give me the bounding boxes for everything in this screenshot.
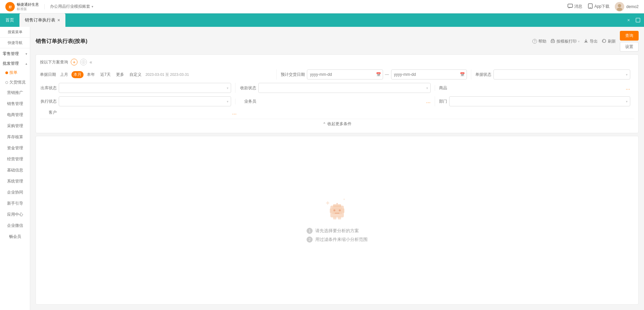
retail-arrow-icon: ▾ (25, 52, 27, 56)
collapse-bar: ⌃ 收起更多条件 (40, 119, 634, 129)
delivery-end-input[interactable] (391, 69, 467, 80)
svg-rect-2 (568, 4, 573, 7)
sidebar-item-enterprise[interactable]: 企业协同 (0, 187, 30, 198)
sidebar-item-inventory[interactable]: 库存核算 (0, 132, 30, 143)
date-field-label: 单据日期 (40, 72, 56, 78)
tab-home[interactable]: 首页 (0, 13, 19, 27)
user-area[interactable]: demo2 (615, 2, 639, 11)
sidebar-item-guide[interactable]: 新手引导 (0, 198, 30, 209)
goods-label: 商品 (439, 85, 447, 91)
sidebar-item-system[interactable]: 系统管理 (0, 176, 30, 187)
sidebar-item-purchase[interactable]: 采购管理 (0, 120, 30, 132)
sidebar-item-ecommerce[interactable]: 电商管理 (0, 109, 30, 120)
filter-row-1: 单据日期 上月 本月 本年 近7天 更多 自定义 2023-03-01 至 20… (40, 69, 634, 80)
close-window-icon[interactable]: × (625, 17, 632, 23)
app-download-action[interactable]: App下载 (588, 3, 609, 10)
filter-order-status: 单据状态 ▾ (471, 69, 634, 80)
export-btn[interactable]: 导出 (584, 39, 598, 44)
delivery-start-input[interactable] (307, 69, 383, 80)
sidebar-item-enterprise-wechat[interactable]: 企业微信 (0, 220, 30, 231)
sidebar-group-retail: 零售管理 ▾ (0, 48, 30, 58)
sidebar-group-wholesale: 批发管理 ▴ 按单 欠货情况 (0, 58, 30, 87)
search-btn[interactable]: 查询 (620, 31, 639, 41)
goods-more-icon[interactable]: … (626, 85, 630, 91)
sidebar-item-by-order[interactable]: 按单 (0, 68, 30, 78)
empty-illustration (324, 196, 351, 222)
print-btn[interactable]: 按模板打印 ▾ (550, 39, 580, 44)
collection-status-wrap: ▾ (258, 83, 431, 93)
app-title[interactable]: 办公用品行业模拟账套 ▾ (50, 4, 93, 9)
filter-scheme-header: 按以下方案查询 + « (40, 59, 634, 65)
svg-point-14 (333, 209, 335, 211)
department-select[interactable] (449, 96, 630, 106)
message-icon (568, 3, 573, 10)
help-btn[interactable]: ? 帮助 (532, 39, 546, 44)
order-status-select[interactable] (493, 69, 630, 80)
delivery-status-select[interactable] (59, 83, 231, 93)
topbar-divider (44, 4, 45, 9)
date-tab-custom[interactable]: 自定义 (127, 71, 144, 78)
collapse-btn[interactable]: ⌃ 收起更多条件 (323, 121, 352, 127)
sidebar-group-wholesale-title[interactable]: 批发管理 ▴ (0, 58, 30, 68)
customer-more-icon[interactable]: … (232, 110, 237, 115)
sidebar-item-operations[interactable]: 经营管理 (0, 154, 30, 165)
maximize-window-icon[interactable] (635, 17, 641, 23)
settings-btn[interactable]: 设置 (620, 42, 639, 52)
collection-status-select[interactable] (258, 83, 431, 93)
filter-customer: 客户 … (40, 110, 241, 115)
date-tab-more[interactable]: 更多 (114, 71, 126, 78)
svg-point-7 (617, 8, 622, 11)
print-arrow-icon: ▾ (578, 40, 580, 43)
sidebar-group-retail-title[interactable]: 零售管理 ▾ (0, 48, 30, 58)
step-2-num: 2 (307, 237, 313, 243)
sidebar-search[interactable]: 搜索菜单 (0, 27, 30, 38)
message-action[interactable]: 消息 (568, 3, 582, 10)
svg-rect-17 (333, 204, 341, 207)
help-icon: ? (532, 39, 537, 44)
sidebar-item-sales[interactable]: 销售管理 (0, 98, 30, 109)
header-actions: ? 帮助 按模板打印 ▾ 导出 (532, 31, 639, 52)
svg-text:好: 好 (8, 5, 12, 9)
svg-rect-10 (552, 41, 554, 42)
scheme-collapse-btn[interactable]: « (90, 59, 92, 65)
refresh-btn[interactable]: 刷新 (602, 39, 616, 44)
scheme-add-btn[interactable]: + (71, 59, 77, 65)
filter-delivery-date: 预计交货日期 📅 — 📅 (276, 69, 471, 80)
sidebar-item-finance[interactable]: 资金管理 (0, 143, 30, 154)
order-status-label: 单据状态 (475, 72, 491, 78)
order-status-select-wrap: ▾ (493, 69, 630, 80)
collapse-icon: ⌃ (323, 122, 326, 126)
main-layout: 搜索菜单 快捷导航 零售管理 ▾ 批发管理 ▴ 按单 欠货情况 (0, 27, 644, 310)
sidebar-quick-nav[interactable]: 快捷导航 (0, 38, 30, 48)
scheme-edit-btn[interactable] (80, 59, 87, 65)
content-area: 销售订单执行表(按单) ? 帮助 按模板打印 ▾ 导出 (30, 27, 644, 310)
date-tab-last-month[interactable]: 上月 (58, 71, 70, 78)
date-tab-this-month[interactable]: 本月 (71, 71, 84, 78)
search-settings-btns: 查询 设置 (620, 31, 639, 52)
sidebar-item-app-center[interactable]: 应用中心 (0, 209, 30, 220)
sidebar-item-basics[interactable]: 基础信息 (0, 165, 30, 176)
execution-status-select[interactable] (59, 96, 231, 106)
delivery-date-label: 预计交货日期 (281, 72, 305, 78)
active-indicator (5, 71, 8, 74)
department-label: 部门 (439, 99, 447, 104)
empty-steps: 1 请先选择要分析的方案 2 用过滤条件来缩小分析范围 (307, 228, 368, 245)
tab-close-icon[interactable]: × (57, 17, 60, 23)
delivery-date-start: 📅 (307, 69, 383, 80)
sidebar-item-member[interactable]: 畅会员 (0, 231, 30, 242)
date-tabs: 上月 本月 本年 近7天 更多 自定义 (58, 71, 144, 78)
salesperson-more-icon[interactable]: … (426, 99, 431, 104)
filter-date-field: 单据日期 上月 本月 本年 近7天 更多 自定义 2023-03-01 至 20… (40, 71, 276, 78)
sidebar-item-backorder[interactable]: 欠货情况 (0, 78, 30, 87)
date-tab-7days[interactable]: 近7天 (98, 71, 113, 78)
filter-execution-status: 执行状态 ▾ (40, 96, 235, 106)
date-tab-this-year[interactable]: 本年 (85, 71, 97, 78)
empty-step-1: 1 请先选择要分析的方案 (307, 228, 368, 234)
topbar-left: 好 畅捷通好生意 标准版 办公用品行业模拟账套 ▾ (5, 2, 93, 11)
filter-row-3: 执行状态 ▾ 业务员 … 部门 (40, 96, 634, 106)
sidebar-item-marketing[interactable]: 营销推广 (0, 87, 30, 98)
filter-delivery-status: 出库状态 ▾ (40, 83, 235, 93)
tab-sales-order[interactable]: 销售订单执行表 × (19, 13, 65, 27)
refresh-icon (602, 39, 606, 44)
svg-rect-8 (636, 18, 640, 22)
